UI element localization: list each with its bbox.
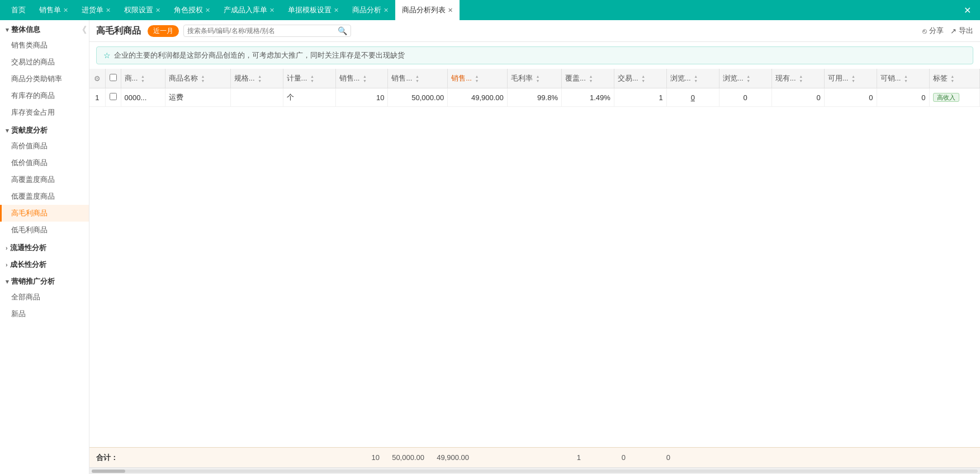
arrow-overall-icon: ▾ [6,26,9,34]
cell-gross-rate: 99.8% [507,88,561,107]
sidebar-item-traded-goods[interactable]: 交易过的商品 [0,54,89,71]
col-name-sort-icon: ▲▼ [201,74,205,83]
col-saleable-stock-sort-icon: ▲▼ [904,74,908,83]
cell-browse1[interactable]: 0 [666,88,719,107]
filter-recent-month-btn[interactable]: 近一月 [148,25,179,37]
col-gross-rate[interactable]: 毛利率 ▲▼ [507,69,561,88]
col-gross-rate-sort-icon: ▲▼ [536,74,539,83]
nav-purchase[interactable]: 进货单 ✕ [75,0,117,20]
nav-sales[interactable]: 销售单 ✕ [32,0,75,20]
sidebar-item-high-margin[interactable]: 高毛利商品 [0,205,89,222]
sidebar-section-growth[interactable]: › 成长性分析 [0,255,89,272]
col-browse2-sort-icon: ▲▼ [746,74,750,83]
col-available-stock[interactable]: 可用... ▲▼ [824,69,877,88]
close-permission-tab[interactable]: ✕ [155,7,160,14]
browse1-link[interactable]: 0 [691,93,695,102]
sidebar-item-low-margin[interactable]: 低毛利商品 [0,222,89,238]
sidebar-item-sales-goods[interactable]: 销售类商品 [0,37,89,54]
col-checkbox[interactable] [105,69,121,88]
close-template-tab[interactable]: ✕ [334,7,339,14]
cell-current-stock: 0 [771,88,824,107]
scroll-track [92,470,978,473]
sidebar-item-in-stock[interactable]: 有库存的商品 [0,87,89,104]
cell-spec [230,88,283,107]
sidebar-item-low-coverage[interactable]: 低覆盖度商品 [0,188,89,205]
cell-checkbox[interactable] [105,88,121,107]
cell-index: 1 [89,88,105,107]
col-sales-profit-sort-icon: ▲▼ [475,74,479,83]
sidebar-section-marketing[interactable]: ▾ 营销推广分析 [0,272,89,289]
close-product-storage-tab[interactable]: ✕ [269,7,274,14]
col-coverage[interactable]: 覆盖... ▲▼ [561,69,614,88]
col-current-stock[interactable]: 现有... ▲▼ [771,69,824,88]
close-product-analysis-list-tab[interactable]: ✕ [448,7,453,14]
cell-trade: 1 [614,88,666,107]
sidebar-item-stock-capital[interactable]: 库存资金占用 [0,104,89,121]
sidebar-item-all-goods[interactable]: 全部商品 [0,289,89,306]
scroll-thumb[interactable] [92,470,125,473]
sidebar: 《 ▾ 整体信息 销售类商品 交易过的商品 商品分类助销率 有库存的商品 库存资… [0,20,89,474]
col-browse2[interactable]: 浏览... ▲▼ [719,69,771,88]
sidebar-item-new-goods[interactable]: 新品 [0,306,89,322]
export-btn[interactable]: ↗ 导出 [950,26,973,36]
cell-sales-profit: 49,900.00 [448,88,508,107]
table-row: 1 0000... 运费 个 10 50,000.00 49,900.00 99… [89,88,980,107]
col-unit-sort-icon: ▲▼ [310,74,314,83]
search-input[interactable] [187,27,338,35]
close-role-tab[interactable]: ✕ [205,7,210,14]
horizontal-scrollbar[interactable] [89,467,980,474]
col-spec[interactable]: 规格... ▲▼ [230,69,283,88]
row-checkbox[interactable] [110,93,117,100]
nav-home[interactable]: 首页 [4,0,32,20]
cell-tag: 高收入 [929,88,979,107]
col-trade[interactable]: 交易... ▲▼ [614,69,666,88]
nav-product-storage[interactable]: 产成品入库单 ✕ [217,0,281,20]
col-trade-sort-icon: ▲▼ [641,74,645,83]
footer-sales-amount: 50,000.00 [384,453,429,462]
col-tag[interactable]: 标签 ▲▼ [929,69,979,88]
close-product-analysis-tab[interactable]: ✕ [384,7,389,14]
sidebar-section-overall[interactable]: ▾ 整体信息 [0,20,89,37]
sidebar-item-category-rate[interactable]: 商品分类助销率 [0,71,89,87]
nav-template[interactable]: 单据模板设置 ✕ [281,0,345,20]
nav-product-analysis[interactable]: 商品分析 ✕ [345,0,395,20]
sidebar-item-low-value[interactable]: 低价值商品 [0,154,89,171]
col-code[interactable]: 商... ▲▼ [121,69,165,88]
sidebar-item-high-coverage[interactable]: 高覆盖度商品 [0,171,89,188]
col-sales-profit[interactable]: 销售... ▲▼ [448,69,508,88]
sidebar-collapse-btn[interactable]: 《 [78,25,87,36]
col-spec-sort-icon: ▲▼ [258,74,262,83]
info-banner: ☆ 企业的主要的利润都是这部分商品创造的，可考虑加大推广，同时关注库存是不要出现… [96,46,973,64]
col-browse1[interactable]: 浏览... ▲▼ [666,69,719,88]
arrow-growth-icon: › [6,261,8,268]
share-btn[interactable]: ⎋ 分享 [922,26,944,36]
col-code-sort-icon: ▲▼ [141,74,145,83]
nav-role[interactable]: 角色授权 ✕ [167,0,217,20]
col-name[interactable]: 商品名称 ▲▼ [165,69,230,88]
col-current-stock-sort-icon: ▲▼ [799,74,803,83]
close-sales-tab[interactable]: ✕ [63,7,68,14]
sidebar-section-liquidity[interactable]: › 流通性分析 [0,238,89,255]
cell-unit: 个 [283,88,335,107]
page-title: 高毛利商品 [96,25,141,37]
col-settings[interactable]: ⚙ [89,69,105,88]
nav-permission[interactable]: 权限设置 ✕ [117,0,167,20]
close-purchase-tab[interactable]: ✕ [106,7,111,14]
sidebar-item-high-value[interactable]: 高价值商品 [0,138,89,154]
content-header: 高毛利商品 近一月 🔍 ⎋ 分享 ↗ 导出 [89,20,980,42]
col-sales-amount[interactable]: 销售... ▲▼ [388,69,448,88]
high-income-tag: 高收入 [933,93,959,102]
cell-saleable-stock: 0 [877,88,929,107]
arrow-liquidity-icon: › [6,245,8,251]
nav-product-analysis-list[interactable]: 商品分析列表 ✕ [395,0,460,20]
data-table-container: ⚙ 商... ▲▼ 商品名称 ▲▼ 规格... [89,69,980,447]
close-window-btn[interactable]: ✕ [959,5,976,16]
col-saleable-stock[interactable]: 可销... ▲▼ [877,69,929,88]
col-available-stock-sort-icon: ▲▼ [851,74,855,83]
search-icon[interactable]: 🔍 [338,26,347,35]
cell-name[interactable]: 运费 [165,88,230,107]
col-unit[interactable]: 计量... ▲▼ [283,69,335,88]
sidebar-section-contribution[interactable]: ▾ 贡献度分析 [0,121,89,138]
col-sales-qty[interactable]: 销售... ▲▼ [335,69,388,88]
select-all-checkbox[interactable] [110,74,117,81]
